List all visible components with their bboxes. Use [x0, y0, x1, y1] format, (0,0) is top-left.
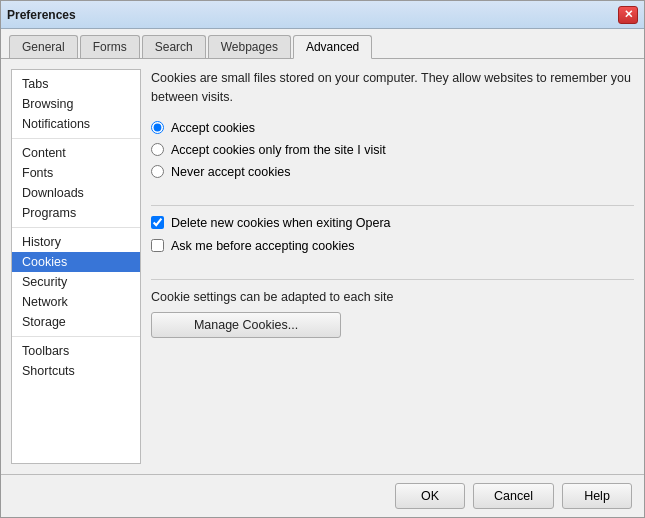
divider-2 [151, 279, 634, 280]
checkbox-ask-me-label: Ask me before accepting cookies [171, 239, 354, 253]
close-button[interactable]: ✕ [618, 6, 638, 24]
right-panel: Cookies are small files stored on your c… [151, 69, 634, 464]
left-item-notifications[interactable]: Notifications [12, 114, 140, 134]
title-bar: Preferences ✕ [1, 1, 644, 29]
left-item-shortcuts[interactable]: Shortcuts [12, 361, 140, 381]
left-item-toolbars[interactable]: Toolbars [12, 341, 140, 361]
tab-forms[interactable]: Forms [80, 35, 140, 58]
checkbox-delete-new-input[interactable] [151, 216, 164, 229]
ok-button[interactable]: OK [395, 483, 465, 509]
cancel-button[interactable]: Cancel [473, 483, 554, 509]
left-item-history[interactable]: History [12, 232, 140, 252]
radio-accept-site-input[interactable] [151, 143, 164, 156]
cookies-radio-group: Accept cookies Accept cookies only from … [151, 121, 634, 179]
left-item-security[interactable]: Security [12, 272, 140, 292]
left-item-content[interactable]: Content [12, 143, 140, 163]
radio-accept-all-label: Accept cookies [171, 121, 255, 135]
cookies-description: Cookies are small files stored on your c… [151, 69, 634, 107]
cookie-settings-text: Cookie settings can be adapted to each s… [151, 290, 634, 304]
tab-general[interactable]: General [9, 35, 78, 58]
left-item-downloads[interactable]: Downloads [12, 183, 140, 203]
left-item-storage[interactable]: Storage [12, 312, 140, 332]
checkbox-delete-new-label: Delete new cookies when exiting Opera [171, 216, 391, 230]
left-item-fonts[interactable]: Fonts [12, 163, 140, 183]
left-item-programs[interactable]: Programs [12, 203, 140, 223]
cookies-checkbox-group: Delete new cookies when exiting Opera As… [151, 216, 634, 253]
left-item-browsing[interactable]: Browsing [12, 94, 140, 114]
left-group-1: Tabs Browsing Notifications [12, 70, 140, 139]
window-title: Preferences [7, 8, 76, 22]
checkbox-ask-me[interactable]: Ask me before accepting cookies [151, 239, 634, 253]
left-panel: Tabs Browsing Notifications Content Font… [11, 69, 141, 464]
tab-webpages[interactable]: Webpages [208, 35, 291, 58]
checkbox-delete-new[interactable]: Delete new cookies when exiting Opera [151, 216, 634, 230]
radio-accept-site-label: Accept cookies only from the site I visi… [171, 143, 386, 157]
radio-never-accept[interactable]: Never accept cookies [151, 165, 634, 179]
help-button[interactable]: Help [562, 483, 632, 509]
radio-accept-site[interactable]: Accept cookies only from the site I visi… [151, 143, 634, 157]
radio-accept-all[interactable]: Accept cookies [151, 121, 634, 135]
left-item-cookies[interactable]: Cookies [12, 252, 140, 272]
manage-cookies-button[interactable]: Manage Cookies... [151, 312, 341, 338]
divider [151, 205, 634, 206]
tab-advanced[interactable]: Advanced [293, 35, 372, 59]
bottom-bar: OK Cancel Help [1, 474, 644, 517]
left-group-2: Content Fonts Downloads Programs [12, 139, 140, 228]
radio-never-accept-input[interactable] [151, 165, 164, 178]
radio-never-accept-label: Never accept cookies [171, 165, 291, 179]
checkbox-ask-me-input[interactable] [151, 239, 164, 252]
radio-accept-all-input[interactable] [151, 121, 164, 134]
left-group-4: Toolbars Shortcuts [12, 337, 140, 385]
left-item-tabs[interactable]: Tabs [12, 74, 140, 94]
left-group-3: History Cookies Security Network Storage [12, 228, 140, 337]
content-area: Tabs Browsing Notifications Content Font… [1, 59, 644, 474]
tab-search[interactable]: Search [142, 35, 206, 58]
left-item-network[interactable]: Network [12, 292, 140, 312]
preferences-window: Preferences ✕ General Forms Search Webpa… [0, 0, 645, 518]
tabs-bar: General Forms Search Webpages Advanced [1, 29, 644, 59]
